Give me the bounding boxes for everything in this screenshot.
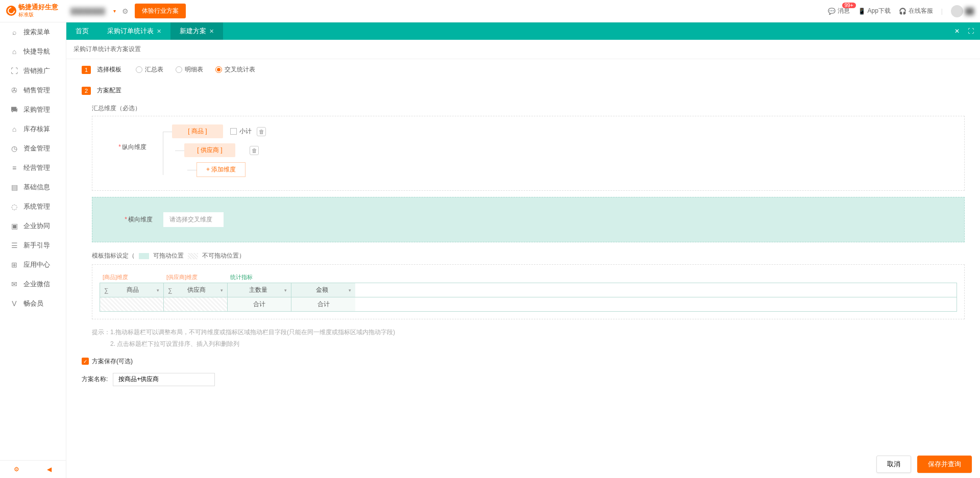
- logo-subtitle: 标准版: [18, 11, 58, 18]
- online-service-link[interactable]: 🎧 在线客服: [899, 7, 933, 15]
- logo[interactable]: 畅捷通好生意 标准版: [6, 4, 66, 18]
- logo-icon: [6, 6, 16, 16]
- headset-icon: 🎧: [899, 8, 906, 15]
- company-selector[interactable]: ████████: [66, 8, 109, 15]
- avatar-icon: [951, 5, 963, 17]
- user-menu[interactable]: ██: [951, 5, 974, 17]
- app-header: 畅捷通好生意 标准版 ████████ ▾ ⚙ 体验行业方案 💬 消息 99+ …: [0, 0, 980, 22]
- phone-icon: 📱: [858, 8, 866, 15]
- app-download-link[interactable]: 📱 App下载: [858, 7, 891, 15]
- message-badge: 99+: [842, 3, 856, 8]
- settings-gear-icon[interactable]: ⚙: [122, 7, 129, 15]
- logo-text: 畅捷通好生意: [18, 4, 58, 11]
- chevron-down-icon[interactable]: ▾: [113, 8, 116, 14]
- message-icon: 💬: [828, 8, 836, 15]
- trial-plan-button[interactable]: 体验行业方案: [135, 4, 186, 18]
- messages-link[interactable]: 💬 消息 99+: [828, 7, 850, 15]
